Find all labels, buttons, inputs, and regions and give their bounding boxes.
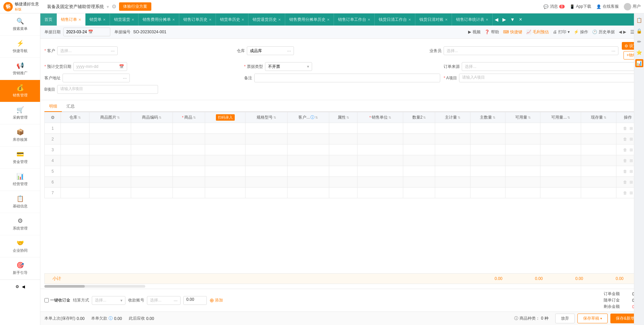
row-1-main-qty[interactable] xyxy=(470,123,505,134)
col-spec-sort[interactable]: 规格型号 ⇅ xyxy=(257,115,276,120)
row-1-product[interactable] xyxy=(173,123,205,134)
sidebar-item-search[interactable]: 🔍 搜索菜单 xyxy=(0,13,40,36)
col-sales-unit-sort[interactable]: * 销售单位 ⇅ xyxy=(369,115,391,120)
online-service-item[interactable]: 👤 在线客服 xyxy=(596,4,619,9)
row-1-qty2[interactable] xyxy=(403,123,435,134)
row-3-qty2[interactable] xyxy=(403,145,435,155)
row-4-customer-code[interactable] xyxy=(287,155,329,166)
row-1-sales-unit[interactable] xyxy=(357,123,403,134)
row-7-qty2[interactable] xyxy=(403,188,435,198)
row-7-attribute[interactable] xyxy=(329,188,357,198)
row-2-main-unit[interactable] xyxy=(435,134,470,145)
row-7-current-stock[interactable] xyxy=(581,188,616,198)
row-6-attribute[interactable] xyxy=(329,177,357,188)
row-7-available[interactable] xyxy=(505,188,540,198)
row-1-product-img[interactable] xyxy=(89,123,131,134)
tab-next-btn[interactable]: ▶ xyxy=(500,17,508,22)
row-5-delete-icon[interactable]: 🗑 xyxy=(623,169,627,174)
row-5-attribute[interactable] xyxy=(329,166,357,177)
row-1-customer-code[interactable] xyxy=(287,123,329,134)
staff-input[interactable]: 选择... ··· xyxy=(444,46,618,55)
project-b-input[interactable]: 请输入B项目 xyxy=(57,85,158,94)
address-input[interactable]: ··· xyxy=(63,74,130,82)
row-6-delete-icon[interactable]: 🗑 xyxy=(623,180,627,185)
sidebar-item-finance[interactable]: 💳 资金管理 xyxy=(0,147,40,169)
col-attribute-sort[interactable]: 属性 ⇅ xyxy=(338,115,349,120)
history-btn[interactable]: 🕐 历史单据 xyxy=(592,29,615,35)
sidebar-item-guide[interactable]: 🎯 新手引导 xyxy=(0,257,40,280)
col-settings-icon[interactable]: ⚙ xyxy=(51,115,55,120)
col-product-sort[interactable]: * 商品 ⇅ xyxy=(182,115,196,120)
tab-return[interactable]: 销货退货 ✕ xyxy=(110,13,139,26)
right-panel-lock-icon[interactable]: 🔒 xyxy=(635,27,643,35)
save-draft-dropdown-icon[interactable]: ▾ xyxy=(600,317,602,320)
one-click-checkbox-label[interactable]: 一键收订金 xyxy=(44,297,70,303)
row-4-copy-icon[interactable]: ⊞ xyxy=(630,158,633,163)
note-input[interactable] xyxy=(254,74,441,82)
discard-button[interactable]: 放弃 xyxy=(555,314,575,323)
row-6-current-stock[interactable] xyxy=(581,177,616,188)
row-5-product[interactable] xyxy=(173,166,205,177)
row-2-sales-unit[interactable] xyxy=(357,134,403,145)
user-item[interactable]: 用户 xyxy=(624,3,641,10)
tab-sales-stats-close[interactable]: ✕ xyxy=(486,18,488,22)
payment-method-dropdown-icon[interactable]: ▾ xyxy=(120,298,122,303)
address-more-icon[interactable]: ··· xyxy=(123,75,127,81)
collapse-icon[interactable]: ◀ xyxy=(22,284,25,289)
row-7-product-code[interactable] xyxy=(131,188,173,198)
row-5-customer-code[interactable] xyxy=(287,166,329,177)
row-2-available2[interactable] xyxy=(540,134,581,145)
tab-menu-btn[interactable]: ▼ xyxy=(508,17,517,22)
row-3-available2[interactable] xyxy=(540,145,581,155)
sidebar-item-operation[interactable]: 📊 经营管理 xyxy=(0,169,40,191)
payment-method-select[interactable]: 选择... ▾ xyxy=(92,296,125,305)
prev-record-icon[interactable]: ◀ xyxy=(619,30,622,34)
account-select[interactable]: 选择... ··· xyxy=(147,296,181,305)
row-2-attribute[interactable] xyxy=(329,134,357,145)
sidebar-item-marketing[interactable]: 📢 营销推广 xyxy=(0,58,40,80)
print-dropdown-icon[interactable]: ▾ xyxy=(568,30,570,34)
col-product-code-sort[interactable]: 商品编码 ⇅ xyxy=(142,115,161,120)
row-5-product-img[interactable] xyxy=(89,166,131,177)
row-4-current-stock[interactable] xyxy=(581,155,616,166)
row-4-delete-icon[interactable]: 🗑 xyxy=(623,158,627,163)
row-7-available2[interactable] xyxy=(540,188,581,198)
invoice-select[interactable]: 不开票 ▾ xyxy=(265,62,312,71)
tab-cash-workbench-close[interactable]: ✕ xyxy=(408,18,411,22)
col-customer-code-sort[interactable]: 客户... ⓘ ⇅ xyxy=(298,115,318,120)
sidebar-bottom[interactable]: ⚙ ◀ xyxy=(0,280,40,293)
row-6-qty2[interactable] xyxy=(403,177,435,188)
row-6-available2[interactable] xyxy=(540,177,581,188)
row-7-copy-icon[interactable]: ⊞ xyxy=(630,191,633,195)
row-7-sales-unit[interactable] xyxy=(357,188,403,198)
tab-order-history[interactable]: 销售订单历史 ✕ xyxy=(179,13,216,26)
sidebar-item-basic[interactable]: 📋 基础信息 xyxy=(0,191,40,213)
row-5-available2[interactable] xyxy=(540,166,581,177)
tab-cash-reconcile-close[interactable]: ✕ xyxy=(445,18,448,22)
debt-info-icon[interactable]: ⓘ xyxy=(109,316,113,321)
row-2-product-img[interactable] xyxy=(89,134,131,145)
row-4-main-unit[interactable] xyxy=(435,155,470,166)
row-6-product[interactable] xyxy=(173,177,205,188)
warehouse-more-icon[interactable]: ··· xyxy=(287,48,291,53)
row-2-warehouse[interactable] xyxy=(61,134,89,145)
horizontal-scrollbar[interactable] xyxy=(44,285,145,288)
tab-order-workbench-close[interactable]: ✕ xyxy=(368,18,370,22)
delivery-calendar-icon[interactable]: 📅 xyxy=(119,64,124,69)
tab-expense-close[interactable]: ✕ xyxy=(172,18,175,22)
app-download-item[interactable]: 📱 App下载 xyxy=(570,4,591,9)
message-item[interactable]: 💬 消息 8 xyxy=(543,4,565,9)
row-1-copy-icon[interactable]: ⊞ xyxy=(630,126,633,131)
row-3-copy-icon[interactable]: ⊞ xyxy=(630,148,633,152)
help-btn[interactable]: ❓ 帮助 xyxy=(485,29,499,35)
row-7-product[interactable] xyxy=(173,188,205,198)
col-current-stock-sort[interactable]: 现存量 ⇅ xyxy=(591,115,606,120)
row-3-product-code[interactable] xyxy=(131,145,173,155)
row-2-main-qty[interactable] xyxy=(470,134,505,145)
row-7-customer-code[interactable] xyxy=(287,188,329,198)
row-6-product-code[interactable] xyxy=(131,177,173,188)
row-4-product[interactable] xyxy=(173,155,205,166)
row-7-delete-icon[interactable]: 🗑 xyxy=(623,191,627,195)
col-main-qty-sort[interactable]: 主数量 ⇅ xyxy=(480,115,495,120)
account-more-icon[interactable]: ··· xyxy=(174,298,178,303)
